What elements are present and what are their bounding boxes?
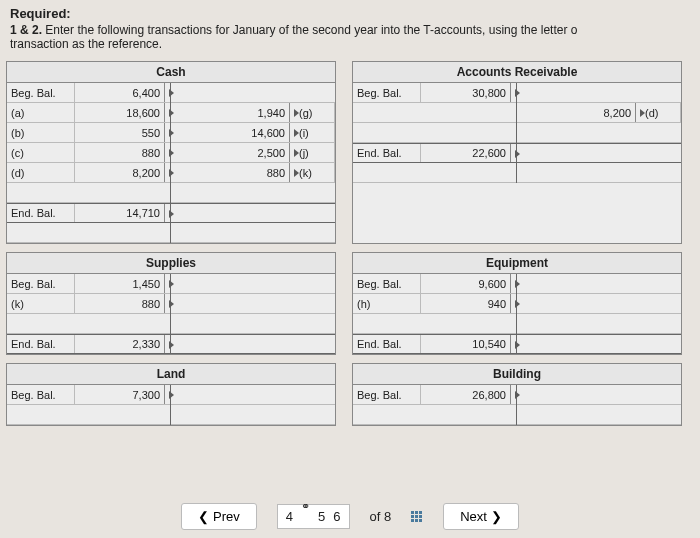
prev-button[interactable]: ❮ Prev bbox=[181, 503, 257, 530]
dropdown-icon[interactable] bbox=[289, 143, 295, 162]
t-account-land: Land Beg. Bal.7,300 bbox=[6, 363, 336, 426]
t-accounts-grid: Cash Beg. Bal.6,400 (a)18,600 (b)550 (c)… bbox=[0, 61, 700, 426]
row-value[interactable]: 8,200 bbox=[75, 163, 164, 182]
end-bal-label: End. Bal. bbox=[7, 204, 75, 222]
grid-icon[interactable] bbox=[411, 511, 423, 523]
dropdown-icon[interactable] bbox=[510, 144, 516, 162]
instructions-header: Required: 1 & 2. Enter the following tra… bbox=[0, 0, 700, 61]
chevron-right-icon: ❯ bbox=[491, 509, 502, 524]
next-label: Next bbox=[460, 509, 487, 524]
row-label[interactable]: (c) bbox=[7, 143, 75, 162]
account-title: Equipment bbox=[353, 253, 681, 274]
page-num: 6 bbox=[333, 509, 340, 524]
dropdown-icon[interactable] bbox=[164, 294, 170, 313]
row-label[interactable]: (d) bbox=[641, 103, 681, 122]
t-account-equipment: Equipment Beg. Bal.9,600 (h)940 End. Bal… bbox=[352, 252, 682, 355]
row-label[interactable]: (h) bbox=[353, 294, 421, 313]
row-label: Beg. Bal. bbox=[7, 83, 75, 102]
account-title: Building bbox=[353, 364, 681, 385]
t-account-supplies: Supplies Beg. Bal.1,450 (k)880 End. Bal.… bbox=[6, 252, 336, 355]
row-label[interactable]: (k) bbox=[295, 163, 335, 182]
t-account-cash: Cash Beg. Bal.6,400 (a)18,600 (b)550 (c)… bbox=[6, 61, 336, 244]
dropdown-icon[interactable] bbox=[289, 163, 295, 182]
row-value[interactable]: 880 bbox=[75, 143, 164, 162]
dropdown-icon[interactable] bbox=[164, 103, 170, 122]
row-value[interactable]: 1,940 bbox=[171, 103, 289, 122]
page-of: of 8 bbox=[370, 509, 392, 524]
next-button[interactable]: Next ❯ bbox=[443, 503, 519, 530]
dropdown-icon[interactable] bbox=[510, 335, 516, 353]
row-label[interactable]: (a) bbox=[7, 103, 75, 122]
row-value[interactable]: 8,200 bbox=[517, 103, 635, 122]
row-label[interactable]: (d) bbox=[7, 163, 75, 182]
row-value[interactable]: 6,400 bbox=[75, 83, 164, 102]
page-num: 4 bbox=[286, 509, 293, 524]
dropdown-icon[interactable] bbox=[164, 385, 170, 404]
row-value[interactable]: 9,600 bbox=[421, 274, 510, 293]
dropdown-icon[interactable] bbox=[164, 123, 170, 142]
page-num: 5 bbox=[318, 509, 325, 524]
dropdown-icon[interactable] bbox=[164, 204, 170, 222]
dropdown-icon[interactable] bbox=[289, 103, 295, 122]
dropdown-icon[interactable] bbox=[164, 163, 170, 182]
row-value[interactable]: 880 bbox=[171, 163, 289, 182]
t-account-accounts-receivable: Accounts Receivable Beg. Bal.30,800 End.… bbox=[352, 61, 682, 244]
row-label: Beg. Bal. bbox=[7, 274, 75, 293]
dropdown-icon[interactable] bbox=[164, 335, 170, 353]
end-bal-value[interactable]: 22,600 bbox=[421, 144, 510, 162]
dropdown-icon[interactable] bbox=[289, 123, 295, 142]
end-bal-label: End. Bal. bbox=[7, 335, 75, 353]
end-bal-value[interactable]: 2,330 bbox=[75, 335, 164, 353]
row-value[interactable]: 2,500 bbox=[171, 143, 289, 162]
row-label[interactable]: (k) bbox=[7, 294, 75, 313]
link-icon: ⚭ bbox=[301, 500, 310, 513]
end-bal-label: End. Bal. bbox=[353, 335, 421, 353]
account-title: Supplies bbox=[7, 253, 335, 274]
prev-label: Prev bbox=[213, 509, 240, 524]
end-bal-label: End. Bal. bbox=[353, 144, 421, 162]
dropdown-icon[interactable] bbox=[164, 143, 170, 162]
dropdown-icon[interactable] bbox=[164, 83, 170, 102]
instructions-line2: transaction as the reference. bbox=[10, 37, 162, 51]
row-value[interactable]: 880 bbox=[75, 294, 164, 313]
pager-bar: ❮ Prev 4 ⚭ 5 6 of 8 Next ❯ bbox=[0, 503, 700, 530]
row-value[interactable]: 550 bbox=[75, 123, 164, 142]
chevron-left-icon: ❮ bbox=[198, 509, 209, 524]
row-label[interactable]: (g) bbox=[295, 103, 335, 122]
row-value[interactable]: 7,300 bbox=[75, 385, 164, 404]
row-label[interactable]: (i) bbox=[295, 123, 335, 142]
row-label: Beg. Bal. bbox=[353, 274, 421, 293]
row-value[interactable]: 1,450 bbox=[75, 274, 164, 293]
row-value[interactable]: 30,800 bbox=[421, 83, 510, 102]
row-value[interactable]: 26,800 bbox=[421, 385, 510, 404]
end-bal-value[interactable]: 10,540 bbox=[421, 335, 510, 353]
account-title: Land bbox=[7, 364, 335, 385]
dropdown-icon[interactable] bbox=[635, 103, 641, 122]
instructions-num: 1 & 2. bbox=[10, 23, 42, 37]
instructions-line1: Enter the following transactions for Jan… bbox=[45, 23, 577, 37]
dropdown-icon[interactable] bbox=[510, 385, 516, 404]
required-label: Required: bbox=[10, 6, 690, 21]
dropdown-icon[interactable] bbox=[510, 294, 516, 313]
row-value[interactable]: 14,600 bbox=[171, 123, 289, 142]
end-bal-value[interactable]: 14,710 bbox=[75, 204, 164, 222]
dropdown-icon[interactable] bbox=[164, 274, 170, 293]
account-title: Cash bbox=[7, 62, 335, 83]
row-label[interactable]: (j) bbox=[295, 143, 335, 162]
row-label[interactable]: (b) bbox=[7, 123, 75, 142]
t-account-building: Building Beg. Bal.26,800 bbox=[352, 363, 682, 426]
page-indicator[interactable]: 4 ⚭ 5 6 bbox=[277, 504, 350, 529]
instructions-text: 1 & 2. Enter the following transactions … bbox=[10, 23, 690, 51]
dropdown-icon[interactable] bbox=[510, 274, 516, 293]
row-value[interactable]: 940 bbox=[421, 294, 510, 313]
row-value[interactable]: 18,600 bbox=[75, 103, 164, 122]
row-label: Beg. Bal. bbox=[353, 83, 421, 102]
account-title: Accounts Receivable bbox=[353, 62, 681, 83]
row-label: Beg. Bal. bbox=[353, 385, 421, 404]
row-label: Beg. Bal. bbox=[7, 385, 75, 404]
dropdown-icon[interactable] bbox=[510, 83, 516, 102]
